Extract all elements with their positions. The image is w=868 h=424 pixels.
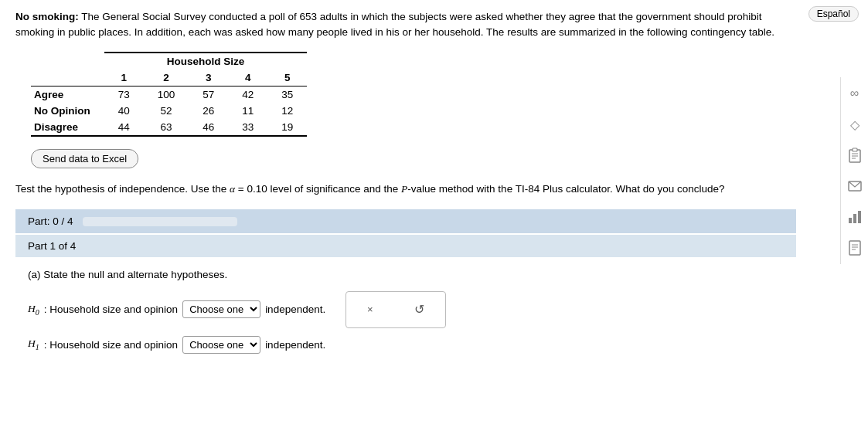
envelope-icon[interactable] xyxy=(846,178,863,195)
h1-line: H1 : Household size and opinion Choose o… xyxy=(28,336,784,354)
row-label-agree: Agree xyxy=(31,86,104,103)
h0-label: H0 xyxy=(28,303,39,317)
h1-label: H1 xyxy=(28,338,39,351)
table-row-disagree: Disagree 44 63 46 33 19 xyxy=(31,119,307,136)
h1-choose-select[interactable]: Choose one are are not xyxy=(182,336,260,354)
diamond-icon[interactable]: ◇ xyxy=(846,116,863,133)
col-header-3: 3 xyxy=(189,70,228,86)
document-icon[interactable] xyxy=(846,239,863,256)
cell-agree-4: 42 xyxy=(228,86,267,103)
h0-suffix: independent. xyxy=(265,304,325,315)
contingency-table: Household Size 1 2 3 4 5 Agree 73 100 57… xyxy=(31,52,307,137)
h0-line: H0 : Household size and opinion Choose o… xyxy=(28,291,784,328)
infinity-icon[interactable]: ∞ xyxy=(846,85,863,102)
h1-prefix: : Household size and opinion xyxy=(44,339,178,351)
svg-rect-8 xyxy=(858,211,861,223)
row-label-no-opinion: No Opinion xyxy=(31,103,104,119)
col-header-5: 5 xyxy=(267,70,307,86)
cell-dis-2: 63 xyxy=(144,119,189,136)
h1-suffix: independent. xyxy=(265,339,325,351)
svg-rect-9 xyxy=(849,241,860,255)
cell-dis-4: 33 xyxy=(228,119,267,136)
answer-box-refresh[interactable]: ↺ xyxy=(414,302,424,317)
cell-agree-1: 73 xyxy=(104,86,144,103)
row-label-disagree: Disagree xyxy=(31,119,104,136)
svg-rect-1 xyxy=(853,148,857,151)
cell-dis-5: 19 xyxy=(267,119,307,136)
col-header-1: 1 xyxy=(104,70,144,86)
problem-title: No smoking: xyxy=(15,11,79,22)
answer-box: × ↺ xyxy=(345,291,446,328)
table-row-no-opinion: No Opinion 40 52 26 11 12 xyxy=(31,103,307,119)
main-content: No smoking: The General Social Survey co… xyxy=(0,0,835,385)
cell-agree-3: 57 xyxy=(189,86,228,103)
right-sidebar: ∞ ◇ xyxy=(840,77,868,264)
cell-noop-4: 11 xyxy=(228,103,267,119)
part-progress-label: Part: 0 / 4 xyxy=(28,215,73,227)
send-data-button[interactable]: Send data to Excel xyxy=(31,149,138,168)
cell-dis-3: 46 xyxy=(189,119,228,136)
cell-agree-5: 35 xyxy=(267,86,307,103)
progress-bar-background xyxy=(83,217,237,226)
svg-rect-7 xyxy=(853,214,856,223)
h0-choose-select[interactable]: Choose one are are not xyxy=(182,300,260,318)
state-hypothesis-prompt: (a) State the null and alternate hypothe… xyxy=(28,266,784,283)
hypothesis-test-text: Test the hypothesis of independence. Use… xyxy=(15,181,796,198)
part-progress-section: Part: 0 / 4 xyxy=(15,209,796,233)
cell-noop-3: 26 xyxy=(189,103,228,119)
problem-description: The General Social Survey conducted a po… xyxy=(15,11,774,38)
problem-text: No smoking: The General Social Survey co… xyxy=(15,9,796,41)
language-button[interactable]: Español xyxy=(808,6,859,22)
h0-prefix: : Household size and opinion xyxy=(44,304,178,315)
table-row-agree: Agree 73 100 57 42 35 xyxy=(31,86,307,103)
col-header-2: 2 xyxy=(144,70,189,86)
part-label: Part 1 of 4 xyxy=(15,235,796,257)
clipboard-icon[interactable] xyxy=(846,147,863,164)
cell-noop-5: 12 xyxy=(267,103,307,119)
bar-chart-icon[interactable] xyxy=(846,209,863,226)
col-header-4: 4 xyxy=(228,70,267,86)
table-section-header: Household Size xyxy=(104,53,308,70)
answer-box-x: × xyxy=(367,304,373,315)
part-content: (a) State the null and alternate hypothe… xyxy=(15,266,796,369)
svg-rect-6 xyxy=(849,218,852,223)
cell-noop-2: 52 xyxy=(144,103,189,119)
cell-agree-2: 100 xyxy=(144,86,189,103)
cell-noop-1: 40 xyxy=(104,103,144,119)
cell-dis-1: 44 xyxy=(104,119,144,136)
